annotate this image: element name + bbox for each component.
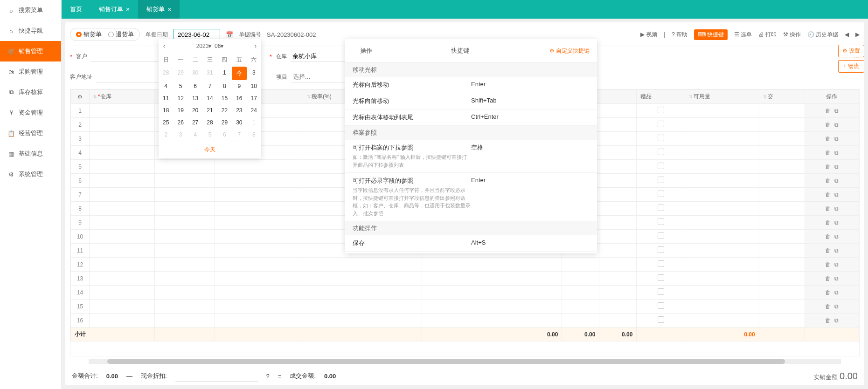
discount-input[interactable]: [175, 370, 258, 382]
copy-icon[interactable]: ⧉: [834, 108, 839, 114]
cal-day[interactable]: 今: [232, 67, 246, 80]
cal-day[interactable]: 8: [217, 80, 232, 92]
sidebar-item-business[interactable]: 📋经营管理: [0, 123, 61, 143]
copy-icon[interactable]: ⧉: [834, 303, 839, 310]
delete-icon[interactable]: 🗑: [825, 233, 831, 240]
table-row[interactable]: 13🗑⧉: [71, 272, 859, 286]
shortcut-button[interactable]: ⌨快捷键: [694, 29, 728, 40]
date-input[interactable]: [174, 29, 220, 41]
cal-day[interactable]: 28: [202, 116, 217, 129]
cal-day[interactable]: 13: [188, 92, 202, 104]
cal-day[interactable]: 11: [159, 92, 173, 104]
close-icon[interactable]: ×: [126, 6, 130, 13]
tab-sales-order[interactable]: 销售订单×: [90, 0, 138, 19]
cal-next-icon[interactable]: ›: [255, 43, 257, 49]
sidebar-item-sales[interactable]: 🛒销售管理: [0, 41, 61, 61]
cal-day[interactable]: 2: [159, 129, 173, 141]
cal-day[interactable]: 3: [247, 67, 261, 80]
delete-icon[interactable]: 🗑: [825, 177, 831, 184]
copy-icon[interactable]: ⧉: [834, 122, 839, 128]
copy-icon[interactable]: ⧉: [834, 177, 839, 184]
cal-day[interactable]: 25: [159, 116, 173, 129]
cal-day[interactable]: 29: [173, 67, 187, 80]
cal-day[interactable]: 3: [173, 129, 187, 141]
sidebar-item-funds[interactable]: ￥资金管理: [0, 102, 61, 123]
checkbox[interactable]: [658, 135, 664, 141]
checkbox[interactable]: [658, 177, 664, 183]
cal-day[interactable]: 20: [188, 104, 202, 116]
settings-button[interactable]: ⚙ 设置: [838, 45, 864, 57]
history-button[interactable]: 🕘历史单据: [807, 31, 838, 39]
table-row[interactable]: 16🗑⧉: [71, 314, 859, 328]
sidebar-item-purchase[interactable]: 🛍采购管理: [0, 61, 61, 82]
copy-icon[interactable]: ⧉: [834, 150, 839, 156]
video-button[interactable]: ▶视频: [640, 31, 657, 39]
help-button[interactable]: ?帮助: [672, 31, 687, 39]
cal-day[interactable]: 16: [232, 92, 246, 104]
cal-day[interactable]: 30: [232, 116, 246, 129]
checkbox[interactable]: [658, 205, 664, 211]
delete-icon[interactable]: 🗑: [825, 191, 831, 198]
cal-day[interactable]: 29: [217, 116, 232, 129]
sidebar-item-quicknav[interactable]: ⌂快捷导航: [0, 20, 61, 41]
cal-day[interactable]: 18: [159, 104, 173, 116]
cal-day[interactable]: 5: [202, 129, 217, 141]
delete-icon[interactable]: 🗑: [825, 261, 831, 268]
checkbox[interactable]: [658, 274, 664, 281]
cal-prev-icon[interactable]: ‹: [163, 43, 165, 49]
print-button[interactable]: 🖨打印: [758, 31, 777, 39]
copy-icon[interactable]: ⧉: [834, 261, 839, 268]
copy-icon[interactable]: ⧉: [834, 191, 839, 198]
sidebar-item-search[interactable]: ⌕搜索菜单: [0, 0, 61, 20]
cal-day[interactable]: 9: [232, 80, 246, 92]
delete-icon[interactable]: 🗑: [825, 247, 831, 254]
delete-icon[interactable]: 🗑: [825, 136, 831, 142]
cal-day[interactable]: 7: [232, 129, 246, 141]
custom-shortcut-button[interactable]: ⚙自定义快捷键: [549, 47, 590, 55]
checkbox[interactable]: [658, 121, 664, 127]
delete-icon[interactable]: 🗑: [825, 317, 831, 324]
checkbox[interactable]: [658, 149, 664, 155]
cal-day[interactable]: 23: [232, 104, 246, 116]
checkbox[interactable]: [658, 288, 664, 295]
delete-icon[interactable]: 🗑: [825, 275, 831, 282]
cal-day[interactable]: 22: [217, 104, 232, 116]
cal-day[interactable]: 4: [188, 129, 202, 141]
cal-day[interactable]: 4: [159, 80, 173, 92]
delete-icon[interactable]: 🗑: [825, 108, 831, 114]
sidebar-item-basic[interactable]: ▦基础信息: [0, 143, 61, 164]
h-scrollbar[interactable]: [89, 359, 841, 364]
close-icon[interactable]: ×: [167, 6, 171, 13]
cal-day[interactable]: 28: [159, 67, 173, 80]
cal-day[interactable]: 6: [217, 129, 232, 141]
delete-icon[interactable]: 🗑: [825, 303, 831, 310]
table-row[interactable]: 15🗑⧉: [71, 300, 859, 314]
help-icon[interactable]: ?: [266, 373, 270, 380]
cal-day[interactable]: 6: [188, 80, 202, 92]
gear-header[interactable]: ⚙: [71, 90, 90, 104]
tab-delivery[interactable]: 销货单×: [138, 0, 180, 19]
checkbox[interactable]: [658, 246, 664, 253]
checkbox[interactable]: [658, 316, 664, 323]
cal-day[interactable]: 12: [173, 92, 187, 104]
delete-icon[interactable]: 🗑: [825, 164, 831, 170]
cal-day[interactable]: 8: [247, 129, 261, 141]
cal-day[interactable]: 1: [247, 116, 261, 129]
checkbox[interactable]: [658, 302, 664, 309]
checkbox[interactable]: [658, 163, 664, 169]
delete-icon[interactable]: 🗑: [825, 205, 831, 212]
calendar-icon[interactable]: 📅: [226, 31, 233, 38]
select-button[interactable]: ☰选单: [734, 31, 752, 39]
tab-home[interactable]: 首页: [62, 0, 90, 19]
copy-icon[interactable]: ⧉: [834, 247, 839, 254]
delete-icon[interactable]: 🗑: [825, 219, 831, 226]
cal-today-button[interactable]: 今天: [159, 141, 261, 158]
radio-sales[interactable]: 销货单: [76, 30, 102, 39]
cal-day[interactable]: 31: [202, 67, 217, 80]
cal-day[interactable]: 15: [217, 92, 232, 104]
checkbox[interactable]: [658, 218, 664, 225]
delete-icon[interactable]: 🗑: [825, 122, 831, 128]
checkbox[interactable]: [658, 107, 664, 113]
cal-day[interactable]: 19: [173, 104, 187, 116]
cal-day[interactable]: 14: [202, 92, 217, 104]
